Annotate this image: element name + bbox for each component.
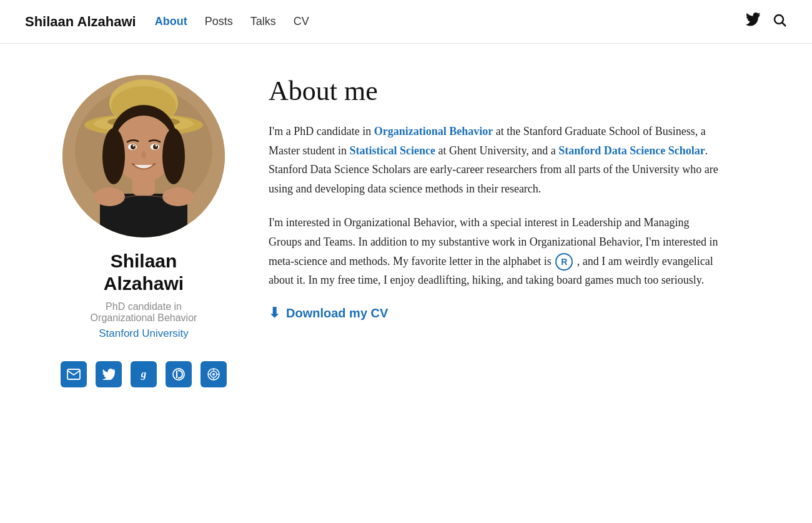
svg-point-18 [133, 145, 135, 147]
nav-talks[interactable]: Talks [250, 15, 276, 28]
nav-about[interactable]: About [155, 15, 187, 28]
sidebar-name: Shilaan Alzahawi [104, 250, 184, 295]
about-para-2: I'm interested in Organizational Behavio… [269, 213, 718, 290]
nav-posts[interactable]: Posts [205, 15, 233, 28]
search-icon[interactable] [772, 12, 787, 31]
about-para-1: I'm a PhD candidate in Organizational Be… [269, 122, 718, 198]
nav-cv[interactable]: CV [294, 15, 309, 28]
sidebar-university[interactable]: Stanford University [99, 327, 189, 340]
main-nav: About Posts Talks CV [155, 15, 746, 28]
svg-point-20 [141, 151, 146, 159]
social-icons: g [61, 361, 227, 387]
site-title[interactable]: Shilaan Alzahawi [25, 14, 136, 30]
avatar [62, 75, 225, 237]
download-cv-link[interactable]: ⬇ Download my CV [269, 305, 718, 321]
google-scholar-social-icon[interactable]: g [131, 361, 157, 387]
org-behavior-link[interactable]: Organizational Behavior [374, 125, 493, 137]
svg-point-13 [162, 128, 185, 184]
about-title: About me [269, 75, 718, 107]
svg-point-22 [94, 187, 125, 206]
header-icons [746, 12, 787, 31]
about-section: About me I'm a PhD candidate in Organiza… [269, 75, 718, 321]
r-icon: R [555, 253, 573, 271]
svg-point-12 [102, 128, 125, 184]
stanford-data-scholar-link[interactable]: Stanford Data Science Scholar [558, 144, 705, 157]
svg-rect-24 [132, 174, 155, 196]
twitter-icon[interactable] [746, 12, 761, 31]
sidebar: Shilaan Alzahawi PhD candidate inOrganiz… [56, 75, 231, 387]
email-social-icon[interactable] [61, 361, 87, 387]
download-icon: ⬇ [269, 305, 280, 321]
twitter-social-icon[interactable] [96, 361, 122, 387]
svg-point-23 [162, 187, 194, 206]
svg-line-1 [783, 22, 786, 26]
orcid-social-icon[interactable] [166, 361, 192, 387]
main-content: Shilaan Alzahawi PhD candidate inOrganiz… [31, 75, 781, 387]
site-header: Shilaan Alzahawi About Posts Talks CV [0, 0, 812, 44]
impactstory-social-icon[interactable] [201, 361, 227, 387]
svg-point-19 [156, 145, 157, 147]
svg-point-0 [775, 15, 783, 24]
statistical-science-link[interactable]: Statistical Science [349, 144, 435, 157]
sidebar-role: PhD candidate inOrganizational Behavior [91, 301, 197, 324]
svg-point-30 [212, 373, 215, 376]
